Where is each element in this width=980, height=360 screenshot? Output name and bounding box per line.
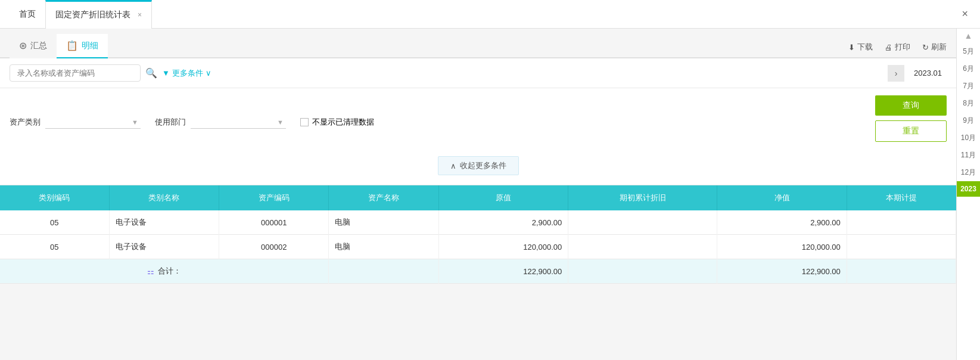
asset-category-filter: 资产类别 ▼	[10, 116, 141, 129]
sidebar-month-12[interactable]: 12月	[957, 164, 980, 181]
total-net-value: 122,900.00	[717, 259, 847, 284]
filter-chevron-icon: ∨	[206, 69, 211, 77]
total-current-period	[847, 259, 956, 284]
tab-detail[interactable]: 📋 明细	[57, 34, 108, 58]
hide-cleared-checkbox[interactable]: 不显示已清理数据	[300, 117, 374, 128]
print-action[interactable]: 🖨 打印	[885, 42, 910, 52]
date-nav-arrow[interactable]: ›	[888, 65, 904, 82]
sidebar-month-10[interactable]: 10月	[957, 129, 980, 147]
collapse-btn[interactable]: ∧ 收起更多条件	[438, 156, 519, 175]
refresh-icon: ↻	[922, 43, 929, 52]
cell-asset-code: 000001	[219, 210, 329, 235]
cell-cat-name: 电子设备	[109, 235, 219, 259]
print-label: 打印	[895, 42, 910, 52]
cell-asset-code: 000002	[219, 235, 329, 259]
layout-wrapper: ⊛ 汇总 📋 明细 ⬇ 下载 🖨 打印 ↻ 刷新	[0, 29, 980, 360]
cell-cat-code: 05	[0, 210, 109, 235]
asset-category-arrow-icon: ▼	[132, 119, 138, 126]
summary-label: 汇总	[30, 41, 47, 51]
asset-category-label: 资产类别	[10, 117, 41, 128]
col-current-period: 本期计提	[847, 185, 956, 210]
sidebar-year-2023[interactable]: 2023	[957, 181, 980, 197]
filter-panel: 资产类别 ▼ 使用部门 ▼ 不显示已清理数据	[0, 88, 956, 185]
cell-asset-name: 电脑	[329, 235, 438, 259]
col-asset-code: 资产编码	[219, 185, 329, 210]
data-table: 类别编码 类别名称 资产编码 资产名称 原值 期初累计折旧 净值 本期计提 05…	[0, 185, 956, 284]
download-label: 下载	[857, 42, 873, 52]
home-tab[interactable]: 首页	[10, 9, 45, 20]
refresh-action[interactable]: ↻ 刷新	[922, 42, 947, 52]
table-row: 05 电子设备 000001 电脑 2,900.00 2,900.00	[0, 210, 956, 235]
col-category-name: 类别名称	[109, 185, 219, 210]
sidebar-scroll-up[interactable]: ▲	[965, 29, 973, 43]
col-original-value: 原值	[438, 185, 568, 210]
col-asset-name: 资产名称	[329, 185, 438, 210]
date-label: 2023.01	[909, 69, 947, 77]
top-nav: 首页 固定资产折旧统计表 × ×	[0, 0, 980, 29]
sidebar-month-5[interactable]: 5月	[957, 43, 980, 60]
total-label-cell: ⚏ 合计：	[0, 259, 329, 284]
sidebar-month-7[interactable]: 7月	[957, 77, 980, 95]
col-net-value: 净值	[717, 185, 847, 210]
filter-label: 更多条件	[172, 68, 203, 79]
search-input[interactable]	[10, 64, 141, 82]
checkbox-box	[300, 118, 309, 126]
department-select[interactable]: ▼	[191, 116, 286, 129]
department-arrow-icon: ▼	[277, 119, 284, 126]
table-header-row: 类别编码 类别名称 资产编码 资产名称 原值 期初累计折旧 净值 本期计提	[0, 185, 956, 210]
filter-btn[interactable]: ▼ 更多条件 ∨	[162, 68, 211, 79]
cell-current-period	[847, 235, 956, 259]
total-label: 合计：	[158, 266, 181, 277]
cell-original-value: 2,900.00	[438, 210, 568, 235]
sidebar-month-9[interactable]: 9月	[957, 112, 980, 129]
total-icon: ⚏	[147, 267, 154, 276]
cell-net-value: 2,900.00	[717, 210, 847, 235]
summary-icon: ⊛	[19, 40, 27, 51]
table-total-row: ⚏ 合计： 122,900.00 122,900.00	[0, 259, 956, 284]
department-label: 使用部门	[155, 117, 186, 128]
search-bar: 🔍 ▼ 更多条件 ∨ › 2023.01	[0, 58, 956, 88]
cell-cat-code: 05	[0, 235, 109, 259]
table-row: 05 电子设备 000002 电脑 120,000.00 120,000.00	[0, 235, 956, 259]
filter-row: 资产类别 ▼ 使用部门 ▼ 不显示已清理数据	[10, 95, 947, 149]
total-empty	[329, 259, 438, 284]
window-close-icon[interactable]: ×	[959, 5, 970, 23]
main-content: ⊛ 汇总 📋 明细 ⬇ 下载 🖨 打印 ↻ 刷新	[0, 29, 956, 360]
reset-button[interactable]: 重置	[875, 120, 947, 142]
active-tab[interactable]: 固定资产折旧统计表 ×	[45, 0, 152, 29]
tab-label: 固定资产折旧统计表	[55, 10, 130, 20]
tab-close-icon[interactable]: ×	[138, 11, 142, 19]
sidebar-month-11[interactable]: 11月	[957, 147, 980, 164]
download-action[interactable]: ⬇ 下载	[848, 42, 873, 52]
refresh-label: 刷新	[931, 42, 947, 52]
search-icon[interactable]: 🔍	[145, 67, 157, 79]
cell-accumulated-dep	[568, 210, 717, 235]
sidebar-month-8[interactable]: 8月	[957, 95, 980, 112]
filter-actions: 查询 重置	[875, 95, 947, 149]
sidebar-month-6[interactable]: 6月	[957, 60, 980, 77]
filter-icon: ▼	[162, 69, 170, 77]
total-accumulated-dep	[568, 259, 717, 284]
cell-original-value: 120,000.00	[438, 235, 568, 259]
cell-net-value: 120,000.00	[717, 235, 847, 259]
cell-accumulated-dep	[568, 235, 717, 259]
tab-actions: ⬇ 下载 🖨 打印 ↻ 刷新	[848, 42, 947, 57]
hide-cleared-label: 不显示已清理数据	[312, 117, 374, 128]
collapse-icon: ∧	[450, 162, 456, 170]
cell-current-period	[847, 210, 956, 235]
department-filter: 使用部门 ▼	[155, 116, 286, 129]
tab-summary[interactable]: ⊛ 汇总	[10, 34, 57, 58]
col-category-code: 类别编码	[0, 185, 109, 210]
right-sidebar: ▲ 5月 6月 7月 8月 9月 10月 11月 12月 2023	[956, 29, 980, 360]
cell-cat-name: 电子设备	[109, 210, 219, 235]
cell-asset-name: 电脑	[329, 210, 438, 235]
total-original-value: 122,900.00	[438, 259, 568, 284]
col-accumulated-dep: 期初累计折旧	[568, 185, 717, 210]
download-icon: ⬇	[848, 43, 855, 52]
asset-category-select[interactable]: ▼	[45, 116, 141, 129]
query-button[interactable]: 查询	[875, 95, 947, 116]
collapse-label: 收起更多条件	[460, 160, 506, 171]
detail-label: 明细	[82, 41, 98, 51]
sub-tabs: ⊛ 汇总 📋 明细 ⬇ 下载 🖨 打印 ↻ 刷新	[0, 29, 956, 58]
detail-icon: 📋	[66, 40, 78, 51]
